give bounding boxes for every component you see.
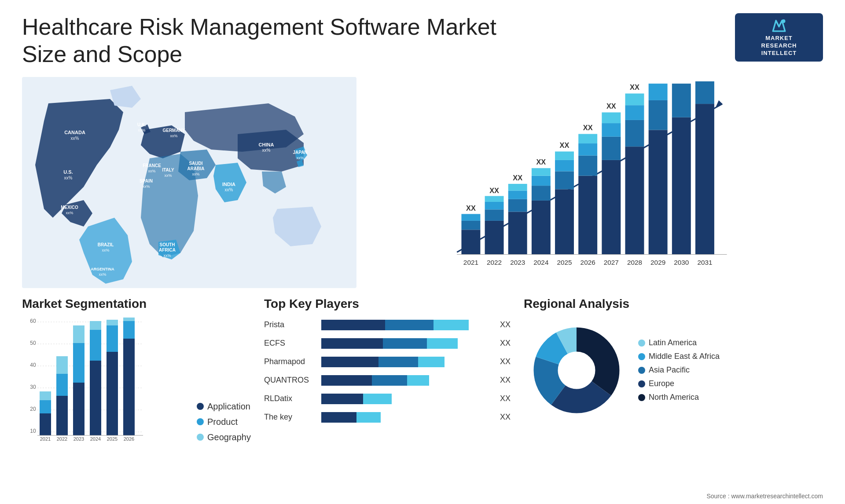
svg-text:SOUTH: SOUTH [160,242,175,247]
svg-text:xx%: xx% [102,248,109,252]
player-bar-thekey [321,410,493,425]
svg-text:FRANCE: FRANCE [143,163,161,168]
svg-text:INDIA: INDIA [222,182,235,187]
svg-rect-79 [625,120,644,146]
svg-rect-85 [649,100,668,130]
svg-text:JAPAN: JAPAN [293,150,307,155]
latin-america-dot [638,340,645,347]
page-container: Healthcare Risk Management Software Mark… [0,0,845,504]
svg-text:2023: 2023 [510,259,525,266]
svg-rect-63 [555,151,574,160]
svg-rect-67 [578,155,597,175]
svg-rect-89 [672,117,691,255]
svg-rect-120 [73,325,84,343]
svg-rect-72 [602,160,621,255]
logo-text: MARKET RESEARCH INTELLECT [761,35,797,57]
svg-rect-69 [578,134,597,143]
svg-rect-123 [90,330,101,361]
player-xx-quantros: XX [500,376,511,385]
svg-text:xx%: xx% [164,173,172,178]
donut-chart-svg [524,318,629,423]
svg-text:BRAZIL: BRAZIL [98,242,114,247]
svg-text:xx%: xx% [262,148,271,153]
svg-rect-55 [532,186,551,201]
north-america-label: North America [649,393,699,402]
svg-text:xx%: xx% [64,175,73,180]
svg-rect-131 [123,321,135,339]
regional-chart: Latin America Middle East & Africa Asia … [524,318,823,423]
legend-application: Application [197,402,251,412]
svg-rect-84 [649,130,668,254]
svg-rect-130 [123,339,135,435]
svg-rect-43 [485,209,504,221]
application-dot [197,403,204,410]
svg-text:2026: 2026 [124,436,134,442]
regional-section: Regional Analysis [524,297,823,464]
svg-text:2027: 2027 [604,259,619,266]
svg-rect-141 [321,357,378,367]
content-row: CANADA xx% U.S. xx% MEXICO xx% BRAZIL xx… [22,77,823,288]
svg-text:2024: 2024 [90,436,101,442]
segmentation-section: Market Segmentation 60 50 40 30 20 10 [22,297,251,464]
svg-rect-132 [123,318,135,321]
svg-rect-127 [107,325,118,352]
svg-rect-122 [90,361,101,435]
player-row-ecfs: ECFS XX [264,336,511,351]
growth-chart-svg: XX 2021 XX 2022 XX 2023 [374,81,814,284]
svg-rect-145 [372,375,407,386]
svg-text:SPAIN: SPAIN [140,179,153,183]
svg-rect-54 [532,201,551,255]
svg-rect-60 [555,189,574,254]
svg-rect-80 [625,105,644,120]
svg-rect-42 [485,221,504,255]
svg-rect-78 [625,146,644,254]
svg-rect-61 [555,171,574,189]
player-row-thekey: The key XX [264,410,511,425]
reg-legend-europe: Europe [638,379,720,388]
player-bar-pharmapod [321,354,493,369]
svg-text:U.K.: U.K. [137,122,146,127]
application-label: Application [207,402,250,412]
svg-rect-118 [73,383,84,435]
svg-text:2025: 2025 [557,259,572,266]
svg-rect-140 [427,338,458,349]
svg-rect-68 [578,143,597,156]
svg-text:2026: 2026 [580,259,595,266]
svg-text:U.S.: U.S. [63,169,73,175]
svg-text:2022: 2022 [487,259,502,266]
seg-chart-area: 60 50 40 30 20 10 [22,318,251,451]
svg-text:xx%: xx% [225,187,233,192]
svg-text:XX: XX [560,141,569,149]
svg-rect-135 [321,320,385,330]
svg-rect-93 [695,104,714,254]
north-america-dot [638,394,645,401]
svg-text:2024: 2024 [533,259,549,266]
seg-chart-svg: 60 50 40 30 20 10 [22,318,145,449]
svg-rect-51 [508,184,527,190]
player-xx-thekey: XX [500,413,511,422]
reg-legend-mea: Middle East & Africa [638,352,720,361]
player-name-ecfs: ECFS [264,339,317,348]
seg-legend: Application Product Geography [197,402,251,451]
player-xx-pharmapod: XX [500,357,511,366]
svg-rect-90 [672,84,691,117]
svg-rect-45 [485,196,504,201]
page-title: Healthcare Risk Management Software Mark… [22,13,506,68]
svg-rect-50 [508,190,527,199]
player-name-rldatix: RLDatix [264,394,317,403]
player-bar-quantros [321,373,493,388]
player-bar-prista [321,318,493,332]
svg-text:2021: 2021 [40,436,51,442]
geography-label: Geography [207,432,251,442]
map-section: CANADA xx% U.S. xx% MEXICO xx% BRAZIL xx… [22,77,356,288]
svg-text:2025: 2025 [107,436,118,442]
europe-dot [638,380,645,387]
svg-rect-143 [418,357,445,367]
player-row-rldatix: RLDatix XX [264,391,511,406]
regional-title: Regional Analysis [524,297,823,311]
svg-rect-139 [383,338,427,349]
svg-rect-144 [321,375,372,386]
svg-text:CHINA: CHINA [259,142,274,147]
svg-text:MEXICO: MEXICO [61,205,78,210]
player-row-pharmapod: Pharmapod XX [264,354,511,369]
